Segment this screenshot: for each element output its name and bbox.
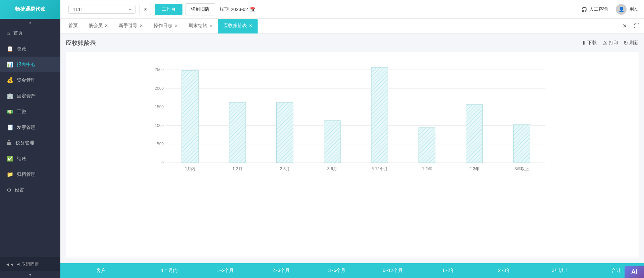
workbench-button[interactable]: 工作台 <box>155 4 182 15</box>
close-all-tabs-button[interactable]: ✕ <box>620 21 629 31</box>
chart-container: 050010001500200025001月内1-2月2-3月3-6月6-12个… <box>66 52 639 258</box>
ledger-icon: 📋 <box>7 46 13 52</box>
tab-home[interactable]: 首页 <box>63 19 83 33</box>
tab-aging[interactable]: 应收账龄表✕ <box>218 19 258 33</box>
copy-icon-button[interactable]: ⎘ <box>140 4 151 15</box>
sidebar-label-archive: 归档管理 <box>17 171 36 178</box>
tab-member[interactable]: 畅会员✕ <box>83 19 113 33</box>
refresh-label: 刷新 <box>629 40 639 46</box>
svg-text:1月内: 1月内 <box>185 166 195 171</box>
tab-closing[interactable]: 期末结转✕ <box>183 19 218 33</box>
svg-rect-36 <box>371 67 388 163</box>
tabs-container: 首页畅会员✕新手引导✕操作日志✕期末结转✕应收账龄表✕ <box>63 19 258 33</box>
calendar-icon[interactable]: 📅 <box>250 7 256 12</box>
refresh-button[interactable]: ↻ 刷新 <box>624 40 639 46</box>
sidebar-item-ledger[interactable]: 📋 总账 <box>0 41 60 57</box>
sidebar-item-settings[interactable]: ⚙ 设置 <box>0 182 60 198</box>
download-button[interactable]: ⬇ 下载 <box>582 40 597 46</box>
svg-text:2-3年: 2-3年 <box>469 166 479 171</box>
sidebar-item-assets[interactable]: 🏢 固定资产 <box>0 88 60 104</box>
tab-close-oplog[interactable]: ✕ <box>174 23 178 28</box>
print-label: 打印 <box>609 40 618 46</box>
tabs-right-actions: ✕ ⛶ <box>620 21 641 31</box>
sidebar-label-settings: 设置 <box>15 187 24 193</box>
tab-close-guide[interactable]: ✕ <box>140 23 143 28</box>
closing-icon: ✅ <box>7 155 13 162</box>
tab-label-home: 首页 <box>68 23 78 29</box>
table-header-1~2个月: 1~2个月 <box>197 268 253 274</box>
svg-text:3-6月: 3-6月 <box>327 166 337 171</box>
period-value: 2023-02 <box>231 7 248 12</box>
sidebar-item-archive[interactable]: 📁 归档管理 <box>0 166 60 182</box>
bar-chart: 050010001500200025001月内1-2月2-3月3-6月6-12个… <box>71 59 631 180</box>
page-header: 应收账龄表 ⬇ 下载 🖨 打印 ↻ 刷新 <box>66 39 639 47</box>
svg-text:6-12个月: 6-12个月 <box>372 166 388 171</box>
sidebar-label-closing: 结账 <box>17 156 26 162</box>
sidebar-item-tax[interactable]: 🏛 税务管理 <box>0 135 60 151</box>
consult-label: 人工咨询 <box>589 6 608 12</box>
svg-text:3年以上: 3年以上 <box>515 166 529 171</box>
sidebar-label-invoice: 发票管理 <box>17 125 36 131</box>
tab-label-aging: 应收账龄表 <box>223 23 247 29</box>
sidebar-scroll-up[interactable]: ▲ <box>0 19 60 25</box>
svg-text:2-3月: 2-3月 <box>280 166 289 171</box>
sidebar-item-finance[interactable]: 💰 资金管理 <box>0 72 60 88</box>
right-actions: 🎧 人工咨询 👤 用友 <box>581 4 639 15</box>
ai-float-button[interactable]: Ai <box>625 266 644 278</box>
svg-rect-42 <box>514 125 530 163</box>
headset-icon: 🎧 <box>581 7 587 12</box>
svg-text:2500: 2500 <box>155 67 164 72</box>
logo-area: 畅捷通易代账 <box>0 0 60 19</box>
salary-icon: 💵 <box>7 109 13 115</box>
sidebar: ▲ ⌂ 首页 📋 总账 📊 报表中心 💰 资金管理 🏢 固定资产 💵 工资 🧾 … <box>0 19 60 278</box>
refresh-icon: ↻ <box>624 40 628 46</box>
invoice-icon: 🧾 <box>7 124 13 131</box>
svg-rect-32 <box>276 102 293 163</box>
tab-label-guide: 新手引导 <box>119 23 138 29</box>
tab-oplog[interactable]: 操作日志✕ <box>148 19 183 33</box>
print-button[interactable]: 🖨 打印 <box>602 40 618 46</box>
switch-version-button[interactable]: 切到旧版 <box>185 3 215 15</box>
svg-rect-34 <box>324 121 340 163</box>
content-area: 首页畅会员✕新手引导✕操作日志✕期末结转✕应收账龄表✕ ✕ ⛶ 应收账龄表 ⬇ … <box>60 19 644 278</box>
avatar: 👤 <box>616 4 627 15</box>
tab-label-member: 畅会员 <box>89 23 103 29</box>
sidebar-scroll-down[interactable]: ▼ <box>0 271 60 278</box>
svg-text:1-2月: 1-2月 <box>232 166 242 171</box>
svg-rect-38 <box>419 128 435 163</box>
page-content: 应收账龄表 ⬇ 下载 🖨 打印 ↻ 刷新 0500100015002000250… <box>60 33 644 263</box>
reports-icon: 📊 <box>7 61 13 68</box>
avatar-icon: 👤 <box>619 7 624 12</box>
sidebar-item-home[interactable]: ⌂ 首页 <box>0 25 60 41</box>
svg-text:1-2年: 1-2年 <box>422 166 432 171</box>
header-actions: ⬇ 下载 🖨 打印 ↻ 刷新 <box>582 40 639 46</box>
pin-icon: ◄◄ <box>5 262 14 267</box>
sidebar-item-reports[interactable]: 📊 报表中心 <box>0 57 60 72</box>
company-selector[interactable]: 1111 ▾ <box>68 5 136 14</box>
sidebar-label-assets: 固定资产 <box>17 93 36 99</box>
tab-guide[interactable]: 新手引导✕ <box>113 19 148 33</box>
tab-close-member[interactable]: ✕ <box>105 23 108 28</box>
user-label: 用友 <box>629 6 639 12</box>
finance-icon: 💰 <box>7 77 13 83</box>
tab-close-closing[interactable]: ✕ <box>209 23 213 28</box>
consult-button[interactable]: 🎧 人工咨询 <box>581 6 608 12</box>
sidebar-item-closing[interactable]: ✅ 结账 <box>0 151 60 166</box>
tab-close-aging[interactable]: ✕ <box>249 23 252 28</box>
period-area: 账期 2023-02 📅 <box>219 6 256 12</box>
top-header: 畅捷通易代账 1111 ▾ ⎘ 工作台 切到旧版 账期 2023-02 📅 🎧 … <box>0 0 644 19</box>
sidebar-item-invoice[interactable]: 🧾 发票管理 <box>0 120 60 135</box>
sidebar-item-salary[interactable]: 💵 工资 <box>0 104 60 120</box>
tab-label-closing: 期末结转 <box>189 23 207 29</box>
table-header-2~3个月: 2~3个月 <box>253 268 309 274</box>
expand-tabs-button[interactable]: ⛶ <box>632 21 641 31</box>
tab-label-oplog: 操作日志 <box>154 23 172 29</box>
table-header: 客户1个月内1~2个月2~3个月3~6个月6~12个月1~2年2~3年3年以上合… <box>60 263 644 278</box>
sidebar-items: ⌂ 首页 📋 总账 📊 报表中心 💰 资金管理 🏢 固定资产 💵 工资 🧾 发票… <box>0 25 60 198</box>
sidebar-label-finance: 资金管理 <box>17 77 36 83</box>
sidebar-pin-toggle[interactable]: ◄◄ ◄ 取消固定 <box>0 257 60 271</box>
user-area[interactable]: 👤 用友 <box>616 4 639 15</box>
assets-icon: 🏢 <box>7 93 13 99</box>
tabs-bar: 首页畅会员✕新手引导✕操作日志✕期末结转✕应收账龄表✕ ✕ ⛶ <box>60 19 644 33</box>
tax-icon: 🏛 <box>7 140 12 146</box>
